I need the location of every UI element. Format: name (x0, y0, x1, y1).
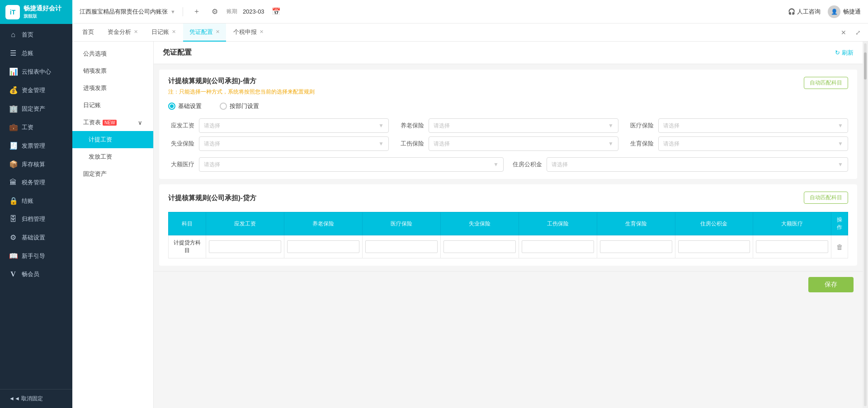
select-ylbx2[interactable]: 请选择 ▼ (658, 118, 848, 133)
settings-icon: ⚙ (9, 233, 17, 242)
sidebar-item-salary[interactable]: 💼 工资 (0, 118, 72, 136)
service-btn[interactable]: 🎧 人工咨询 (788, 8, 821, 16)
th-sybx2: 生育保险 (597, 212, 675, 235)
expand-icon: ∨ (138, 119, 142, 126)
td-sybx2[interactable] (597, 235, 675, 258)
label-zfgjj: 住房公积金 (513, 160, 542, 169)
sub-nav-calc-salary[interactable]: 计提工资 (72, 131, 153, 148)
td-yfgz[interactable] (206, 235, 284, 258)
sub-nav-public[interactable]: 公共选项 (72, 45, 153, 62)
debit-auto-match-btn[interactable]: 自动匹配科目 (804, 77, 848, 89)
radio-basic-circle (168, 103, 175, 110)
sidebar-item-capital[interactable]: 💰 资金管理 (0, 81, 72, 99)
td-delete[interactable]: 🗑 (831, 235, 848, 258)
refresh-btn[interactable]: ↻ 刷新 (835, 49, 854, 57)
td-ylbx[interactable] (284, 235, 363, 258)
input-yfgz[interactable] (209, 240, 281, 253)
sub-nav-sales-invoice[interactable]: 销项发票 (72, 62, 153, 80)
td-sybx[interactable] (440, 235, 519, 258)
sidebar-item-tax[interactable]: 🏛 税务管理 (0, 174, 72, 192)
sub-nav-purchase-invoice[interactable]: 进项发票 (72, 80, 153, 97)
td-zfgjj[interactable] (675, 235, 753, 258)
maximize-tab-btn[interactable]: ⤢ (852, 26, 864, 39)
sidebar-item-settings[interactable]: ⚙ 基础设置 (0, 228, 72, 247)
input-ylbx[interactable] (287, 240, 359, 253)
th-deyyl: 大额医疗 (753, 212, 831, 235)
sidebar-item-invoice[interactable]: 🧾 发票管理 (0, 136, 72, 155)
sidebar-item-ledger[interactable]: ☰ 总账 (0, 44, 72, 62)
tab-journal-close[interactable]: ✕ (172, 29, 176, 35)
select-deyyl[interactable]: 请选择 ▼ (199, 157, 504, 172)
credit-auto-match-btn[interactable]: 自动匹配科目 (804, 192, 848, 204)
sub-nav-journal[interactable]: 日记账 (72, 97, 153, 114)
sidebar-label-capital: 资金管理 (22, 86, 45, 94)
tab-home[interactable]: 首页 (76, 23, 100, 42)
delete-row-btn[interactable]: 🗑 (836, 243, 843, 251)
label-ylbx2: 医疗保险 (627, 122, 654, 130)
settings-gear-btn[interactable]: ⚙ (208, 5, 221, 18)
input-sybx2[interactable] (600, 240, 672, 253)
sidebar-item-inventory[interactable]: 📦 库存核算 (0, 155, 72, 174)
ledger-icon: ☰ (9, 49, 17, 57)
sidebar-item-assets[interactable]: 🏢 固定资产 (0, 99, 72, 118)
tab-tax[interactable]: 个税申报 ✕ (227, 23, 270, 42)
select-zfgjj[interactable]: 请选择 ▼ (547, 157, 848, 172)
user-menu[interactable]: 👤 畅捷通 (828, 5, 861, 18)
select-sybx-placeholder: 请选择 (204, 140, 220, 148)
td-ylbx2[interactable] (363, 235, 441, 258)
label-yfgz: 应发工资 (168, 122, 194, 130)
tab-voucher-config-close[interactable]: ✕ (216, 29, 220, 35)
tab-voucher-config[interactable]: 凭证配置 ✕ (183, 23, 226, 42)
credit-table-header-row: 科目 应发工资 养老保险 医疗保险 失业保险 工伤保险 生育保险 住房公积金 大… (169, 212, 848, 235)
radio-by-dept[interactable]: 按部门设置 (220, 102, 259, 110)
company-name: 江西服宝精品有限责任公司内账张 (80, 8, 168, 16)
sidebar-item-home[interactable]: ⌂ 首页 (0, 26, 72, 44)
company-selector[interactable]: 江西服宝精品有限责任公司内账张 ▼ (80, 8, 175, 16)
debit-section: 计提核算规则(公司承担)-借方 注：只能选择一种方式，系统将按照您当前的选择来配… (159, 70, 857, 179)
input-sybx[interactable] (443, 240, 516, 253)
sidebar-item-archive[interactable]: 🗄 归档管理 (0, 210, 72, 228)
sub-nav-fixed-assets[interactable]: 固定资产 (72, 165, 153, 183)
sidebar-item-close[interactable]: 🔒 结账 (0, 192, 72, 210)
sidebar-pin-toggle[interactable]: ◄◄ 取消固定 (0, 389, 72, 408)
save-button[interactable]: 保存 (808, 277, 854, 292)
new-badge: NEW (103, 120, 117, 126)
scrollbar-thumb[interactable] (864, 52, 867, 80)
right-scrollbar[interactable] (863, 42, 868, 408)
scrollbar-track[interactable] (864, 43, 867, 406)
add-account-btn[interactable]: ＋ (190, 5, 203, 18)
label-deyyl: 大额医疗 (168, 160, 194, 169)
sidebar-label-archive: 归档管理 (22, 215, 45, 223)
radio-dept-label: 按部门设置 (230, 102, 259, 110)
sub-nav-pay-salary[interactable]: 发放工资 (72, 148, 153, 165)
calendar-icon[interactable]: 📅 (270, 5, 283, 18)
period-label: 账期 (226, 8, 237, 15)
td-gsbx[interactable] (519, 235, 597, 258)
credit-table-body: 计提贷方科目 🗑 (169, 235, 848, 258)
tab-tax-close[interactable]: ✕ (259, 29, 264, 35)
refresh-label: 刷新 (842, 49, 854, 57)
sidebar-item-reports[interactable]: 📊 云报表中心 (0, 62, 72, 81)
th-sybx: 失业保险 (440, 212, 519, 235)
company-dropdown-icon: ▼ (170, 9, 175, 14)
input-zfgjj[interactable] (678, 240, 750, 253)
select-sybx[interactable]: 请选择 ▼ (199, 136, 389, 151)
input-ylbx2[interactable] (365, 240, 438, 253)
select-yfgz[interactable]: 请选择 ▼ (199, 118, 389, 133)
input-gsbx[interactable] (522, 240, 594, 253)
tab-journal[interactable]: 日记账 ✕ (145, 23, 182, 42)
sidebar-item-vip[interactable]: V 畅会员 (0, 265, 72, 283)
close-tab-btn[interactable]: ✕ (837, 26, 850, 39)
input-deyyl[interactable] (756, 240, 828, 253)
select-ylbx[interactable]: 请选择 ▼ (429, 118, 618, 133)
tab-capital[interactable]: 资金分析 ✕ (101, 23, 144, 42)
td-deyyl[interactable] (753, 235, 831, 258)
assets-icon: 🏢 (9, 104, 17, 113)
tab-capital-close[interactable]: ✕ (134, 29, 138, 35)
save-bar: 保存 (154, 271, 863, 298)
select-gsbx[interactable]: 请选择 ▼ (429, 136, 618, 151)
select-sybx2[interactable]: 请选择 ▼ (658, 136, 848, 151)
sidebar-item-guide[interactable]: 📖 新手引导 (0, 247, 72, 265)
sub-nav-salary-table[interactable]: 工资表NEW ∨ (72, 114, 153, 131)
radio-basic[interactable]: 基础设置 (168, 102, 202, 110)
